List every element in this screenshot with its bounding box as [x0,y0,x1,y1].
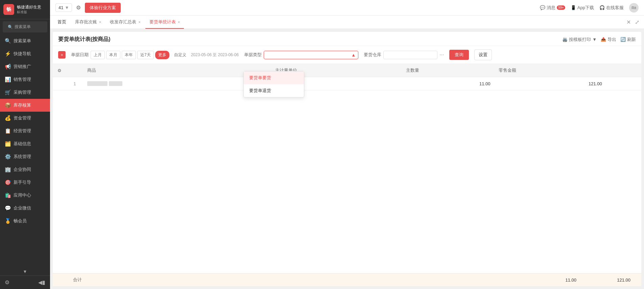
col-product: 商品 [83,64,271,77]
tab-batch-account[interactable]: 库存批次账 × [71,16,105,29]
date-range-display: 2023-05-06 至 2023-06-06 [191,52,239,58]
cell-quantity: 11.00 [402,77,495,90]
date-btn-7days[interactable]: 近7天 [137,51,154,59]
refresh-button[interactable]: 🔄 刷新 [620,37,636,43]
product-placeholder-1 [87,81,108,86]
tab-bar: 首页 库存批次账 × 收发存汇总表 × 要货单统计表 × ✕ ⤢ [50,16,644,29]
sidebar-item-quick-nav[interactable]: ⚡ 快捷导航 [0,47,50,60]
cell-amount: 121.00 [495,77,606,90]
sales-icon: 📊 [5,76,11,83]
store-dropdown-arrow: ▼ [65,5,69,10]
tab-home[interactable]: 首页 [53,16,70,29]
user-avatar[interactable]: Rit [629,3,639,13]
sidebar-item-enterprise[interactable]: 🏢 企业协同 [0,163,50,176]
warehouse-filter-input[interactable] [383,51,437,59]
tab-close-receive-summary[interactable]: × [138,20,140,24]
dropdown-item-purchase-return[interactable]: 要货单退货 [244,84,304,97]
tab-close-order-summary[interactable]: × [178,20,180,24]
sidebar-footer: ⚙ ◀▮ [0,275,50,289]
sidebar-item-guide[interactable]: 🎯 新手引导 [0,176,50,189]
warehouse-more-icon[interactable]: ··· [439,52,444,58]
cell-num: 1 [66,77,83,90]
date-btn-this-year[interactable]: 本年 [122,51,136,59]
col-settings[interactable]: ⚙ [53,64,66,77]
print-icon: 🖨️ [562,37,568,42]
tab-receive-summary[interactable]: 收发存汇总表 × [106,16,144,29]
sidebar-nav: 🔍 搜索菜单 ⚡ 快捷导航 📢 营销推广 📊 销售管理 🛒 采购管理 📦 库存核… [0,35,50,268]
query-button[interactable]: 查询 [449,50,469,60]
top-bar-right: 💬 消息 99+ 📱 App下载 🎧 在线客服 Rit [540,3,639,13]
table-row: 1 块 11.00 121.00 [53,77,641,90]
cell-product [83,77,271,90]
footer-quantity: 11.00 [549,277,576,283]
col-extra [606,64,641,77]
close-all-tabs-icon[interactable]: ✕ [625,18,632,27]
data-table: ⚙ 商品 主计量单位 主数量 零售金额 1 [53,64,641,90]
app-download-item[interactable]: 📱 App下载 [571,5,594,11]
enterprise-icon: 🏢 [5,166,11,173]
sidebar-item-marketing[interactable]: 📢 营销推广 [0,60,50,73]
sidebar-item-finance[interactable]: 💰 资金管理 [0,112,50,125]
date-btn-this-month[interactable]: 本月 [106,51,120,59]
finance-icon: 💰 [5,115,11,121]
sidebar-item-purchase[interactable]: 🛒 采购管理 [0,86,50,99]
sidebar-item-member[interactable]: 🏅 畅会员 [0,215,50,227]
store-selector[interactable]: 41 ▼ [55,3,72,12]
expand-filter-button[interactable]: » [58,51,66,59]
type-filter-group: 单据类型 ▲ [244,51,358,59]
sidebar-item-appstore[interactable]: 🛍️ 应用中心 [0,189,50,202]
online-service-item[interactable]: 🎧 在线客服 [599,5,624,11]
col-num [66,64,83,77]
inventory-icon: 📦 [5,102,11,108]
member-icon: 🏅 [5,218,11,224]
content-header: 要货单统计表(按商品) 🖨️ 按模板打印 ▼ 📤 导出 🔄 刷新 [53,32,641,46]
print-dropdown-arrow: ▼ [592,37,597,42]
sidebar-item-operation[interactable]: 📋 经营管理 [0,125,50,137]
warehouse-filter-group: 要货仓库 ··· [364,51,444,59]
date-custom-button[interactable]: 自定义 [171,51,189,59]
refresh-icon: 🔄 [620,37,626,42]
export-button[interactable]: 📤 导出 [601,37,616,43]
settings-button[interactable]: 设置 [474,49,492,60]
message-icon: 💬 [540,5,545,10]
print-button[interactable]: 🖨️ 按模板打印 ▼ [562,37,597,43]
dropdown-item-purchase-order[interactable]: 要货单要货 [244,71,304,84]
main-area: 41 ▼ ⚙ 体验行业方案 💬 消息 99+ 📱 App下载 🎧 在线客服 Ri… [50,0,644,289]
type-filter-input[interactable] [264,51,358,59]
footer-amount: 121.00 [603,277,630,283]
sidebar: 畅 畅捷通好生意 标准版 🔍 搜索菜单 🔍 搜索菜单 ⚡ 快捷导航 📢 营销推广… [0,0,50,289]
tab-order-summary[interactable]: 要货单统计表 × [145,16,184,29]
operation-icon: 📋 [5,128,11,134]
quick-nav-icon: ⚡ [5,51,11,57]
sidebar-search[interactable]: 🔍 搜索菜单 [3,21,47,32]
sidebar-item-system[interactable]: ⚙️ 系统管理 [0,150,50,163]
top-bar: 41 ▼ ⚙ 体验行业方案 💬 消息 99+ 📱 App下载 🎧 在线客服 Ri… [50,0,644,16]
footer-settings-icon[interactable]: ⚙ [5,279,9,286]
messages-item[interactable]: 💬 消息 99+ [540,5,565,11]
sidebar-item-sales[interactable]: 📊 销售管理 [0,73,50,86]
date-btn-last-month[interactable]: 上月 [91,51,105,59]
sidebar-item-wechat[interactable]: 💬 企业微信 [0,202,50,215]
sidebar-scroll-down[interactable]: ▼ [0,268,50,275]
sidebar-item-inventory[interactable]: 📦 库存核算 [0,99,50,112]
date-btn-more[interactable]: 更多 [155,51,169,59]
cell-extra [606,77,641,90]
system-icon: ⚙️ [5,154,11,160]
expand-tabs-icon[interactable]: ⤢ [634,18,641,27]
type-dropdown-arrow[interactable]: ▲ [351,52,356,58]
table-wrapper: ⚙ 商品 主计量单位 主数量 零售金额 1 [53,64,641,273]
marketing-icon: 📢 [5,64,11,70]
tab-close-batch-account[interactable]: × [99,20,101,24]
sidebar-item-basic[interactable]: 🗂️ 基础信息 [0,137,50,150]
filter-bar: » 单据日期 上月 本月 本年 近7天 更多 自定义 2023-05-06 至 … [53,46,641,64]
col-amount: 零售金额 [495,64,606,77]
purchase-icon: 🛒 [5,89,11,95]
page-title: 要货单统计表(按商品) [58,36,111,43]
sidebar-item-search[interactable]: 🔍 搜索菜单 [0,35,50,47]
topbar-settings-icon[interactable]: ⚙ [76,4,81,11]
footer-collapse-icon[interactable]: ◀▮ [38,279,45,286]
table-footer: 合计 11.00 121.00 [53,273,641,286]
search-nav-icon: 🔍 [5,38,11,44]
cell-settings [53,77,66,90]
trial-button[interactable]: 体验行业方案 [85,3,121,13]
